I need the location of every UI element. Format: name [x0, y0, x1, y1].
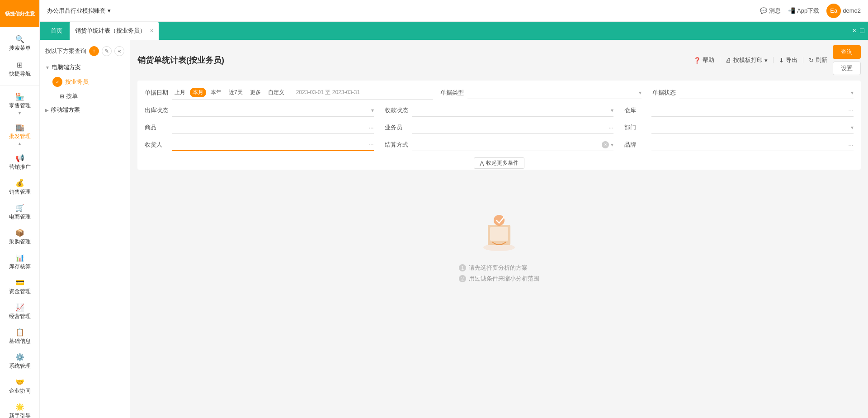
sidebar-item-search[interactable]: 🔍 搜索菜单 [3, 31, 37, 56]
brand-control[interactable]: ··· [651, 138, 854, 151]
tree-expand-icon: ▼ [45, 65, 50, 70]
doctype-label: 单据类型 [440, 89, 467, 97]
paymentstatus-control[interactable]: ▾ [412, 104, 614, 117]
sidebar-item-inventory[interactable]: 📊 库存核算 [0, 249, 39, 274]
filter-row-4: 收货人 ··· 结算方式 × ▾ 品牌 ··· [145, 138, 854, 151]
salesperson-control[interactable]: ··· [412, 121, 614, 134]
sidebar-item-sales[interactable]: 💰 销售管理 [0, 175, 39, 200]
sidebar-item-purchase[interactable]: 📦 采购管理 [0, 224, 39, 249]
scheme-tree: ▼ 电脑端方案 ✓ 按业务员 ⊞ 按单 ▶ 移动端方案 [40, 59, 130, 119]
collapse-row: ⋀ 收起更多条件 [145, 156, 854, 170]
docstatus-chevron-icon: ▾ [851, 90, 854, 96]
tab-close-icon[interactable]: × [150, 28, 153, 34]
sidebar-item-system[interactable]: ⚙️ 系统管理 [0, 349, 39, 374]
template-print-button[interactable]: 🖨 按模板打印 ▾ [726, 56, 768, 64]
refresh-button[interactable]: ↻ 刷新 [809, 56, 827, 64]
warehouse-dots-icon[interactable]: ··· [848, 107, 854, 114]
date-tab-more[interactable]: 更多 [247, 88, 264, 97]
user-menu[interactable]: Ea demo2 [826, 4, 861, 18]
salesperson-dots-icon[interactable]: ··· [609, 124, 614, 131]
settlement-label: 结算方式 [385, 141, 412, 149]
edit-scheme-button[interactable]: ✎ [102, 46, 112, 56]
department-label: 部门 [624, 124, 651, 132]
sidebar-item-basicinfo[interactable]: 📋 基础信息 [0, 324, 39, 349]
filter-row-3: 商品 ··· 业务员 ··· 部门 ▾ [145, 121, 854, 134]
date-label: 单据日期 [145, 89, 172, 97]
tree-child-salesperson[interactable]: ✓ 按业务员 [40, 74, 130, 90]
date-tabs: 上月 本月 本年 近7天 更多 自定义 [172, 88, 287, 97]
empty-tips-list: 1 请先选择要分析的方案 2 用过滤条件来缩小分析范围 [459, 264, 539, 285]
print-icon: 🖨 [726, 57, 731, 64]
filter-row-1: 单据日期 上月 本月 本年 近7天 更多 自定义 2023-03-01 至 20… [145, 86, 854, 100]
tree-grandchild-order[interactable]: ⊞ 按单 [40, 90, 130, 103]
ecommerce-icon: 🛒 [15, 203, 24, 212]
action-divider-3 [803, 57, 803, 63]
sidebar-search-section: 🔍 搜索菜单 ⊞ 快捷导航 [0, 27, 39, 86]
print-dropdown-icon: ▾ [764, 57, 768, 64]
sidebar-item-enterprise[interactable]: 🤝 企业协同 [0, 374, 39, 399]
page-header: 销货单统计表(按业务员) ❓ 帮助 🖨 按模板打印 ▾ ⬇ [137, 45, 861, 75]
export-button[interactable]: ⬇ 导出 [779, 56, 797, 64]
sidebar-item-quicknav[interactable]: ⊞ 快捷导航 [3, 57, 37, 81]
tab-home[interactable]: 首页 [43, 22, 70, 40]
sidebar-item-finance[interactable]: 💳 资金管理 [0, 274, 39, 299]
date-tab-7days[interactable]: 近7天 [226, 88, 245, 97]
department-control[interactable]: ▾ [651, 121, 854, 134]
doctype-chevron-icon: ▾ [639, 90, 642, 96]
help-button[interactable]: ❓ 帮助 [693, 56, 714, 64]
page-title: 销货单统计表(按业务员) [137, 55, 224, 66]
settings-button[interactable]: 设置 [833, 62, 861, 75]
goods-control[interactable]: ··· [172, 121, 374, 134]
avatar: Ea [826, 4, 841, 18]
doctype-control[interactable]: ▾ [467, 86, 642, 99]
inventory-icon: 📊 [15, 253, 24, 262]
settlement-control[interactable]: × ▾ [412, 138, 614, 151]
message-button[interactable]: 💬 消息 [760, 7, 781, 15]
left-panel-header: 按以下方案查询 + ✎ « [40, 43, 130, 59]
date-tab-custom[interactable]: 自定义 [265, 88, 287, 97]
date-range-display: 2023-03-01 至 2023-03-31 [296, 89, 360, 96]
refresh-icon: ↻ [809, 57, 814, 64]
date-tab-this-month[interactable]: 本月 [190, 88, 206, 97]
collapse-up-icon: ⋀ [480, 160, 484, 166]
tree-parent-mobile[interactable]: ▶ 移动端方案 [40, 103, 130, 117]
right-content: 销货单统计表(按业务员) ❓ 帮助 🖨 按模板打印 ▾ ⬇ [130, 40, 868, 418]
goods-dots-icon[interactable]: ··· [368, 124, 374, 131]
svg-rect-2 [490, 227, 508, 241]
action-divider-2 [773, 57, 774, 63]
tab-active[interactable]: 销货单统计表（按业务员） × [70, 22, 159, 40]
outstatus-control[interactable]: ▾ [172, 104, 374, 117]
settlement-clear-icon[interactable]: × [602, 141, 609, 148]
sidebar-item-ecommerce[interactable]: 🛒 电商管理 [0, 200, 39, 224]
goods-label: 商品 [145, 124, 172, 132]
docstatus-control[interactable]: ▾ [679, 86, 854, 99]
date-tab-this-year[interactable]: 本年 [208, 88, 224, 97]
date-tab-last-month[interactable]: 上月 [172, 88, 188, 97]
date-control: 上月 本月 本年 近7天 更多 自定义 2023-03-01 至 2023-03… [172, 86, 433, 100]
consignee-dots-icon[interactable]: ··· [368, 141, 374, 148]
sidebar-item-wholesale[interactable]: 🏬 批发管理 ▲ [0, 119, 39, 150]
collapse-panel-button[interactable]: « [114, 46, 124, 56]
window-maximize-button[interactable]: □ [860, 27, 864, 35]
sidebar-item-operations[interactable]: 📈 经营管理 [0, 299, 39, 324]
tree-parent-pc[interactable]: ▼ 电脑端方案 [40, 61, 130, 74]
content-area: 按以下方案查询 + ✎ « ▼ 电脑端方案 [40, 40, 868, 418]
consignee-control[interactable]: ··· [172, 138, 374, 151]
warehouse-control[interactable]: ··· [651, 104, 854, 117]
operations-icon: 📈 [15, 303, 24, 312]
query-button[interactable]: 查询 [833, 45, 861, 59]
outstatus-label: 出库状态 [145, 106, 172, 114]
sidebar-item-marketing[interactable]: 📢 营销推广 [0, 150, 39, 175]
tip-num-2: 2 [459, 275, 466, 282]
empty-state: 1 请先选择要分析的方案 2 用过滤条件来缩小分析范围 [137, 175, 861, 304]
window-close-button[interactable]: × [852, 27, 856, 35]
download-icon: 📲 [788, 7, 795, 14]
order-icon: ⊞ [60, 93, 64, 100]
add-scheme-button[interactable]: + [89, 46, 99, 56]
sidebar-item-newbie[interactable]: 🌟 新手引导 [0, 399, 39, 418]
company-selector[interactable]: 办公用品行业模拟账套 ▾ [47, 7, 111, 15]
sidebar-item-retail[interactable]: 🏪 零售管理 ▼ [0, 88, 39, 119]
app-download-button[interactable]: 📲 App下载 [788, 7, 819, 15]
collapse-more-button[interactable]: ⋀ 收起更多条件 [474, 157, 524, 169]
brand-dots-icon[interactable]: ··· [848, 141, 854, 148]
